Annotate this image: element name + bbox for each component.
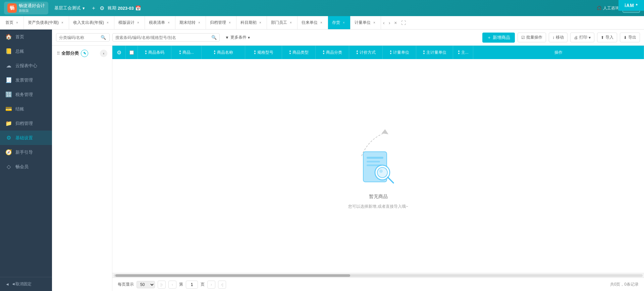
tab-customer[interactable]: 往来单位 × (298, 16, 328, 30)
category-header[interactable]: ⠿ 全部分类 ✎ ‹ (55, 48, 109, 58)
sidebar-item-archive[interactable]: 📁 归档管理 (0, 116, 52, 131)
workspace-selector[interactable]: 基层工会测试 ▾ (52, 4, 88, 12)
tab-archive-label: 归档管理 (210, 20, 226, 26)
tab-unit-label: 计量单位 (355, 20, 371, 26)
import-btn[interactable]: ⬆ 导入 (597, 33, 617, 42)
tab-nav-right[interactable]: › (387, 16, 392, 30)
sidebar-item-invoice[interactable]: 🧾 发票管理 (0, 73, 52, 87)
add-btn-label: 新增商品 (493, 35, 510, 41)
page-number-input[interactable] (186, 281, 198, 289)
th-checkbox[interactable] (126, 46, 138, 59)
tax-icon: 🔢 (5, 91, 12, 98)
unpin-icon: ◄ (5, 282, 9, 287)
sidebar-unpin-btn[interactable]: ◄ ◄取消固定 (0, 277, 52, 291)
export-btn[interactable]: ⬇ 导出 (620, 33, 640, 42)
th-spec[interactable]: ▲▼ 规格型号 (245, 46, 282, 59)
svg-point-6 (377, 167, 387, 178)
th-extra[interactable]: ▲▼ 主... (453, 46, 473, 59)
tab-inventory-close[interactable]: × (341, 20, 346, 25)
batch-ops-btn[interactable]: ☑ 批量操作 (518, 33, 546, 42)
headset-icon: 🎧 (597, 6, 602, 10)
th-name[interactable]: ▲▼ 商品名称 (202, 46, 245, 59)
tab-subject-close[interactable]: × (258, 20, 263, 25)
tab-period-transfer-close[interactable]: × (197, 20, 202, 25)
sidebar-item-ledger[interactable]: 📒 总账 (0, 44, 52, 58)
scroll-thumb[interactable] (115, 274, 350, 277)
calendar-icon[interactable]: 📅 (135, 5, 141, 11)
tab-archive-close[interactable]: × (227, 20, 232, 25)
tab-subject[interactable]: 科目期初 × (236, 16, 267, 30)
logo-area[interactable]: 畅 畅捷通好会计 旗舰版 (4, 2, 48, 14)
batch-icon: ☑ (521, 35, 525, 40)
product-search-box[interactable]: 🔍 (112, 33, 220, 42)
th-category[interactable]: ▲▼ 商品分类 (316, 46, 349, 59)
settings-icon-btn[interactable]: ⚙ (100, 5, 104, 11)
tab-unit-close[interactable]: × (372, 20, 377, 25)
tab-homepage[interactable]: 首页 × (1, 16, 24, 30)
th-barcode[interactable]: ▲▼ 商品条码 (138, 46, 171, 59)
tab-unit[interactable]: 计量单位 × (351, 16, 381, 30)
classify-search-input[interactable] (59, 35, 99, 40)
per-page-select[interactable]: 50 100 200 (137, 281, 155, 288)
classify-search-box[interactable]: 🔍 (56, 33, 110, 42)
print-btn[interactable]: 🖨 打印 ▾ (570, 33, 594, 42)
closing-icon: 💳 (5, 106, 12, 112)
more-conditions-btn[interactable]: ▼ 更多条件 ▾ (222, 33, 253, 42)
service-btn[interactable]: 🎧 人工咨询 (597, 5, 619, 11)
page-next-btn[interactable]: › (207, 281, 215, 289)
tab-dept-close[interactable]: × (288, 20, 293, 25)
th-code[interactable]: ▲▼ 商品... (171, 46, 202, 59)
tab-income[interactable]: 收入支出表(年报) × (69, 16, 114, 30)
th-settings[interactable]: ⚙ (112, 46, 126, 59)
th-main-unit[interactable]: ▲▼ 主计量单位 (416, 46, 453, 59)
more-conditions-label: 更多条件 (230, 35, 247, 40)
tab-homepage-close[interactable]: × (15, 20, 19, 25)
select-all-checkbox[interactable] (129, 50, 134, 55)
page-prev-btn[interactable]: ‹ (168, 281, 176, 289)
tab-customer-close[interactable]: × (319, 20, 324, 25)
th-type[interactable]: ▲▼ 商品类型 (282, 46, 316, 59)
tab-income-label: 收入支出表(年报) (73, 20, 104, 26)
svg-rect-3 (367, 161, 380, 162)
tab-period-transfer[interactable]: 期末结转 × (175, 16, 206, 30)
horizontal-scrollbar[interactable] (112, 273, 644, 278)
sidebar-item-guide[interactable]: 🧭 新手引导 (0, 145, 52, 159)
product-search-icon[interactable]: 🔍 (211, 35, 217, 40)
scroll-track[interactable] (114, 274, 643, 277)
period-display: 账期 2023-03 📅 (108, 5, 141, 11)
sidebar-item-member[interactable]: ◇ 畅会员 (0, 159, 52, 174)
tab-balance-sheet[interactable]: 资产负债表(中期) × (24, 16, 69, 30)
classify-search-icon[interactable]: 🔍 (101, 35, 106, 40)
page-first-btn[interactable]: |‹ (158, 281, 166, 289)
th-unit[interactable]: ▲▼ 计量单位 (383, 46, 416, 59)
page-last-btn[interactable]: ›| (218, 281, 226, 289)
archive-icon: 📁 (5, 120, 12, 127)
tab-tax-close[interactable]: × (166, 20, 171, 25)
add-workspace-btn[interactable]: ＋ (91, 5, 96, 12)
iam-badge[interactable]: iAM * (619, 0, 644, 11)
sidebar-item-closing[interactable]: 💳 结账 (0, 102, 52, 116)
sub-header: 🔍 🔍 ▼ 更多条件 ▾ ＋ 新增商品 ☑ 批量操作 (52, 30, 644, 46)
sidebar-item-tax[interactable]: 🔢 税务管理 (0, 87, 52, 102)
tab-dept[interactable]: 部门员工 × (267, 16, 298, 30)
tab-template[interactable]: 模版设计 × (114, 16, 145, 30)
tab-income-close[interactable]: × (105, 20, 110, 25)
tab-template-close[interactable]: × (136, 20, 141, 25)
category-collapse-btn[interactable]: ‹ (100, 50, 107, 57)
tab-inventory[interactable]: 存货 × (328, 16, 351, 30)
move-btn[interactable]: ↕ 移动 (549, 33, 568, 42)
add-product-btn[interactable]: ＋ 新增商品 (482, 33, 515, 43)
category-edit-btn[interactable]: ✎ (81, 50, 88, 57)
tab-tax[interactable]: 税表清单 × (145, 16, 175, 30)
tab-close-all[interactable]: × (392, 16, 399, 30)
tab-expand[interactable]: ⛶ (399, 16, 408, 30)
sidebar-item-reports[interactable]: ☁ 云报表中心 (0, 58, 52, 73)
tab-nav-left[interactable]: ‹ (381, 16, 387, 30)
sidebar-item-home[interactable]: 🏠 首页 (0, 30, 52, 44)
sidebar-item-settings[interactable]: ⚙ 基础设置 (0, 131, 52, 145)
product-search-input[interactable] (115, 35, 210, 40)
th-price[interactable]: ▲▼ 计价方式 (349, 46, 383, 59)
table-header-row: ⚙ ▲▼ 商品条码 ▲▼ 商品... ▲▼ 商品名称 (112, 46, 644, 59)
tab-balance-sheet-close[interactable]: × (60, 20, 65, 25)
tab-archive[interactable]: 归档管理 × (206, 16, 236, 30)
